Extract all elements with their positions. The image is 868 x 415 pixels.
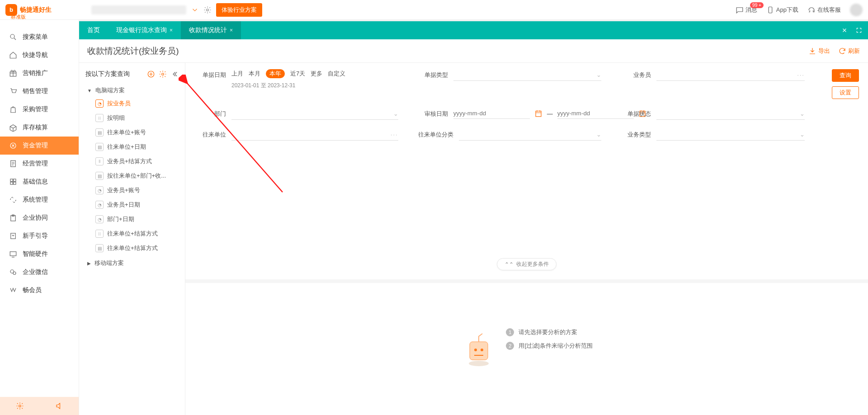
messages-link[interactable]: 消息 99 + (736, 6, 757, 14)
corp-class-select[interactable]: ⌄ (459, 129, 602, 141)
dept-select[interactable]: ⌄ (231, 108, 398, 120)
gear-icon[interactable] (16, 402, 24, 410)
org-selector[interactable] (91, 5, 199, 14)
svg-point-2 (10, 34, 14, 38)
chart-icon: ⁝⁝ (95, 114, 104, 122)
chip-more[interactable]: 更多 (311, 70, 322, 78)
nav-baseinfo[interactable]: 基础信息 (0, 173, 79, 191)
speaker-icon[interactable] (55, 402, 63, 410)
scheme-item[interactable]: ⁝⁝按明细 (79, 111, 185, 125)
scheme-item[interactable]: ⫴业务员+结算方式 (79, 154, 185, 169)
add-icon[interactable] (147, 70, 155, 78)
gear-icon[interactable] (203, 6, 212, 14)
nav-sales[interactable]: 销售管理 (0, 82, 79, 100)
nav-footer (0, 397, 79, 415)
nav-guide[interactable]: 新手引导 (0, 227, 79, 245)
audit-date-from[interactable] (453, 108, 530, 119)
nav-label: 畅会员 (23, 286, 42, 294)
nav-inventory[interactable]: 库存核算 (0, 118, 79, 137)
scheme-item[interactable]: ▤往来单位+结算方式 (79, 241, 185, 255)
scheme-item[interactable]: ▤往来单位+日期 (79, 140, 185, 154)
home-icon (9, 51, 17, 59)
nav-label: 营销推广 (23, 69, 48, 77)
nav-marketing[interactable]: 营销推广 (0, 64, 79, 82)
collapse-conditions[interactable]: ⌃⌃ 收起更多条件 (497, 258, 557, 270)
chevron-down-icon: ⌄ (800, 110, 805, 117)
salesman-select[interactable]: ··· (656, 69, 805, 81)
list-icon: ▤ (95, 143, 104, 151)
nav-collab[interactable]: 企业协同 (0, 209, 79, 227)
refresh-button[interactable]: 刷新 (838, 47, 860, 55)
step-text: 请先选择要分析的方案 (519, 328, 577, 336)
calendar-icon[interactable] (534, 109, 542, 118)
label-bill-status: 单据状态 (619, 108, 651, 118)
export-button[interactable]: 导出 (808, 47, 830, 55)
bill-type-select[interactable]: ⌄ (453, 69, 602, 81)
scheme-label: 往来单位+结算方式 (107, 244, 158, 252)
svg-rect-13 (10, 252, 16, 256)
chip-this-year[interactable]: 本年 (266, 69, 285, 78)
scheme-item[interactable]: ◔业务员+账号 (79, 183, 185, 198)
label-corp: 往来单位 (194, 129, 226, 139)
collapse-icon[interactable] (170, 70, 179, 78)
avatar[interactable] (850, 4, 863, 16)
scheme-item[interactable]: ◔部门+日期 (79, 212, 185, 226)
chip-custom[interactable]: 自定义 (328, 70, 345, 78)
nav-purchase[interactable]: 采购管理 (0, 100, 79, 118)
scheme-item[interactable]: ▤往来单位+账号 (79, 125, 185, 140)
org-name-blurred (91, 5, 186, 14)
close-icon[interactable]: × (230, 27, 233, 33)
nav-system[interactable]: 系统管理 (0, 191, 79, 209)
chip-this-month[interactable]: 本月 (249, 70, 260, 78)
scheme-item[interactable]: ▤按往来单位+部门+收... (79, 169, 185, 183)
scheme-item[interactable]: ◔按业务员 (79, 96, 185, 111)
query-button[interactable]: 查询 (832, 69, 859, 82)
scheme-title: 按以下方案查询 (85, 70, 130, 78)
bill-status-select[interactable]: ⌄ (656, 108, 805, 120)
empty-step-1: 1请先选择要分析的方案 (506, 328, 592, 336)
chip-last-month[interactable]: 上月 (231, 70, 243, 78)
svg-point-24 (469, 361, 489, 366)
wallet-icon (9, 141, 17, 150)
tab-receipt-stats[interactable]: 收款情况统计× (181, 21, 241, 39)
support-link[interactable]: 在线客服 (807, 6, 841, 14)
nav-business[interactable]: 经营管理 (0, 155, 79, 173)
tab-home[interactable]: 首页 (79, 21, 108, 39)
nav-search[interactable]: 搜索菜单 (0, 28, 79, 46)
robot-icon (461, 328, 497, 369)
scheme-group-pc[interactable]: ▼电脑端方案 (79, 83, 185, 96)
scheme-panel: 按以下方案查询 ▼电脑端方案 ◔按业务员 ⁝⁝按明细 ▤往来单位+账号 ▤往来单… (79, 63, 185, 415)
nav-label: 采购管理 (23, 105, 48, 113)
clock-icon: ◔ (95, 99, 104, 108)
close-icon[interactable]: × (170, 27, 173, 33)
tab-cashflow[interactable]: 现金银行流水查询× (108, 21, 181, 39)
scheme-group-mobile[interactable]: ▶移动端方案 (79, 255, 185, 269)
scheme-label: 按明细 (107, 114, 125, 122)
gear-icon[interactable] (159, 70, 167, 78)
fullscreen-icon[interactable] (853, 24, 865, 37)
scheme-label: 往来单位+账号 (107, 128, 146, 137)
corp-select[interactable]: ··· (231, 129, 398, 141)
trial-button[interactable]: 体验行业方案 (216, 3, 262, 17)
list-icon: ▤ (95, 172, 104, 180)
clip-icon (9, 214, 17, 222)
nav-quick[interactable]: 快捷导航 (0, 46, 79, 64)
nav-hardware[interactable]: 智能硬件 (0, 245, 79, 263)
nav-funds[interactable]: 资金管理 (0, 137, 79, 155)
settings-button[interactable]: 设置 (832, 86, 859, 99)
content: 收款情况统计(按业务员) 导出 刷新 按以下方案查询 ▼电脑端方案 ◔按业务员 … (79, 39, 868, 415)
collapse-up-icon: ⌃⌃ (505, 261, 514, 268)
scheme-label: 按业务员 (107, 99, 131, 108)
scheme-item[interactable]: ◔业务员+日期 (79, 198, 185, 212)
chip-7days[interactable]: 近7天 (290, 70, 305, 78)
app-download-link[interactable]: App下载 (766, 6, 798, 14)
tabs-end (838, 21, 868, 39)
nav-wechat[interactable]: 企业微信 (0, 263, 79, 281)
close-all-icon[interactable] (838, 24, 851, 37)
biz-type-select[interactable]: ⌄ (656, 129, 805, 141)
scheme-item[interactable]: ⁝⁝往来单位+结算方式 (79, 226, 185, 241)
svg-point-22 (474, 349, 477, 351)
nav-vip[interactable]: 畅会员 (0, 281, 79, 299)
scheme-label: 往来单位+日期 (107, 143, 146, 151)
nav-label: 智能硬件 (23, 250, 48, 258)
